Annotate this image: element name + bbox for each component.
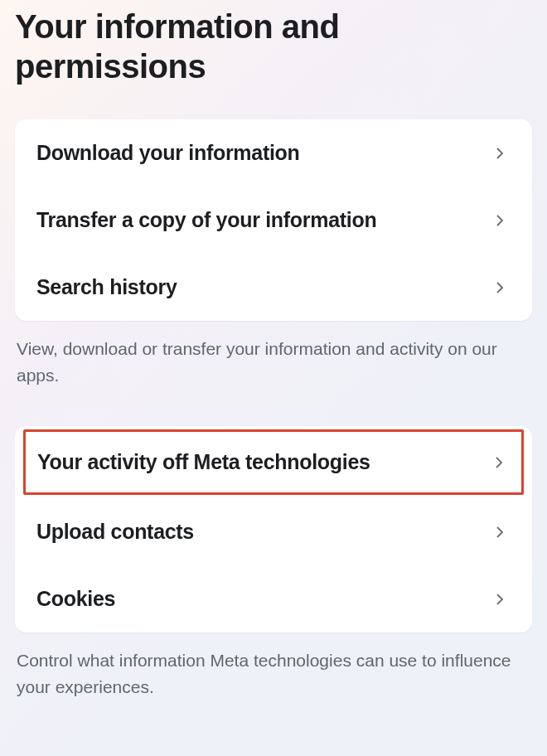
control-card: Your activity off Meta technologies Uplo… bbox=[15, 426, 532, 632]
download-information-item[interactable]: Download your information bbox=[15, 119, 532, 187]
list-item-label: Upload contacts bbox=[36, 520, 194, 544]
cookies-item[interactable]: Cookies bbox=[15, 565, 532, 632]
chevron-right-icon bbox=[492, 592, 507, 607]
list-item-label: Your activity off Meta technologies bbox=[37, 450, 370, 474]
list-item-label: Download your information bbox=[36, 141, 300, 165]
upload-contacts-item[interactable]: Upload contacts bbox=[15, 498, 532, 565]
list-item-label: Transfer a copy of your information bbox=[36, 208, 376, 232]
section1-description: View, download or transfer your informat… bbox=[15, 321, 532, 388]
chevron-right-icon bbox=[492, 280, 507, 295]
list-item-label: Cookies bbox=[36, 587, 115, 611]
section2-description: Control what information Meta technologi… bbox=[15, 632, 532, 700]
chevron-right-icon bbox=[492, 146, 507, 161]
information-card: Download your information Transfer a cop… bbox=[15, 119, 532, 321]
list-item-label: Search history bbox=[36, 275, 177, 299]
chevron-right-icon bbox=[492, 213, 507, 228]
chevron-right-icon bbox=[492, 525, 507, 540]
page-title: Your information and permissions bbox=[15, 0, 532, 119]
search-history-item[interactable]: Search history bbox=[15, 254, 532, 321]
activity-off-meta-item[interactable]: Your activity off Meta technologies bbox=[23, 429, 524, 495]
transfer-copy-item[interactable]: Transfer a copy of your information bbox=[15, 187, 532, 254]
chevron-right-icon bbox=[491, 455, 506, 470]
